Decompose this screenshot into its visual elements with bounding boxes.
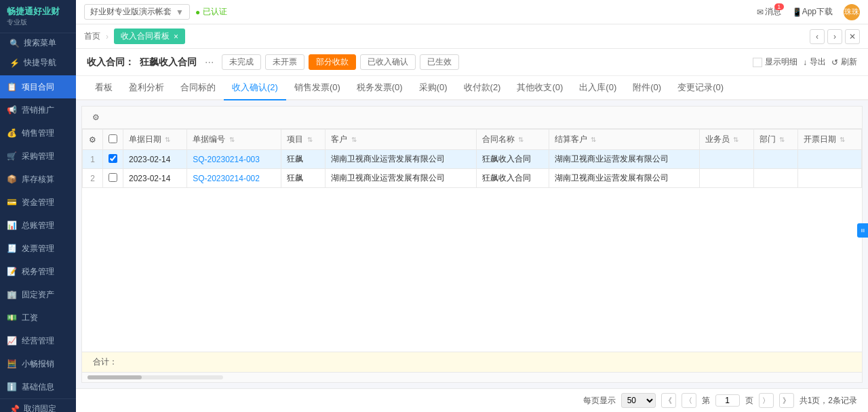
sort-icon-contract: ⇅ [518, 136, 524, 143]
show-details-checkbox[interactable] [753, 58, 762, 67]
more-options-btn[interactable]: ··· [205, 56, 214, 69]
table-row[interactable]: 2 2023-02-14 SQ-20230214-002 狂飙 湖南卫视商业运营… [83, 169, 862, 188]
th-salesperson[interactable]: 业务员 ⇅ [699, 130, 753, 150]
sidebar-item-采购管理[interactable]: 🛒 采购管理 [0, 145, 76, 168]
sidebar-item-资金管理[interactable]: 💳 资金管理 [0, 191, 76, 214]
sub-tab-8[interactable]: 其他收支(0) [509, 76, 571, 99]
tab-close-all-btn[interactable]: ✕ [845, 29, 860, 44]
first-page-btn[interactable]: 《 [661, 393, 676, 408]
sidebar-item-税务管理[interactable]: 📝 税务管理 [0, 260, 76, 283]
th-billing-customer[interactable]: 结算客户 ⇅ [549, 130, 699, 150]
main-table: ⚙ 单据日期 ⇅ 单据编号 ⇅ 项目 ⇅ 客户 ⇅ 合同名称 ⇅ 结算客户 ⇅ … [82, 129, 862, 188]
table-row[interactable]: 1 2023-02-14 SQ-20230214-003 狂飙 湖南卫视商业运营… [83, 150, 862, 169]
sidebar-label-2: 销售管理 [22, 128, 54, 139]
th-project[interactable]: 项目 ⇅ [281, 130, 326, 150]
user-avatar[interactable]: 珠珠 [844, 4, 860, 20]
th-department[interactable]: 部门 ⇅ [753, 130, 797, 150]
settings-gear-icon[interactable]: ⚙ [87, 109, 104, 126]
cell-project-1: 狂飙 [281, 169, 326, 188]
sidebar-item-固定资产[interactable]: 🏢 固定资产 [0, 283, 76, 306]
per-page-select[interactable]: 50 20 100 [621, 393, 656, 408]
logo-sub: 专业版 [7, 18, 69, 27]
scroll-thumb[interactable] [87, 375, 142, 379]
sidebar-item-销售管理[interactable]: 💰 销售管理 [0, 121, 76, 145]
sidebar-search[interactable]: 🔍 搜索菜单 [0, 33, 76, 53]
last-page-btn[interactable]: 》 [779, 393, 794, 408]
breadcrumb-home[interactable]: 首页 [84, 31, 100, 42]
sub-tab-1[interactable]: 盈利分析 [121, 76, 172, 99]
sub-tab-3[interactable]: 收入确认(2) [224, 76, 286, 99]
sidebar-item-经营管理[interactable]: 📈 经营管理 [0, 329, 76, 352]
sidebar-item-工资[interactable]: 💵 工资 [0, 306, 76, 329]
sidebar-item-库存核算[interactable]: 📦 库存核算 [0, 168, 76, 191]
sub-tab-4[interactable]: 销售发票(0) [286, 76, 349, 99]
tab-prev-btn[interactable]: ‹ [810, 29, 825, 44]
order-link-1[interactable]: SQ-20230214-002 [193, 174, 260, 183]
sub-tab-6[interactable]: 采购(0) [411, 76, 456, 99]
cell-checkbox-1[interactable] [103, 169, 123, 188]
scroll-area[interactable] [82, 372, 862, 382]
sidebar-item-项目合同[interactable]: 📋 项目合同 [0, 75, 76, 98]
total-info: 共1页，2条记录 [800, 395, 857, 407]
sidebar-item-小畅报销[interactable]: 🧮 小畅报销 [0, 352, 76, 375]
status-btn-2[interactable]: 部分收款 [309, 54, 356, 70]
status-btn-4[interactable]: 已生效 [420, 54, 459, 70]
message-action[interactable]: ✉ 1 消息 [757, 6, 781, 18]
page-number-input[interactable] [715, 394, 740, 407]
scroll-track[interactable] [87, 375, 223, 379]
export-action[interactable]: ↓ 导出 [803, 56, 826, 68]
cell-order-0[interactable]: SQ-20230214-003 [187, 150, 281, 169]
footer-total-label: 合计： [93, 356, 117, 368]
sidebar-quick-nav[interactable]: ⚡ 快捷导航 [0, 53, 76, 73]
app-download-action[interactable]: 📱 App下载 [792, 6, 833, 18]
refresh-action[interactable]: ↺ 刷新 [831, 56, 857, 68]
row-checkbox-0[interactable] [108, 154, 117, 163]
status-btn-1[interactable]: 未开票 [265, 54, 304, 70]
sub-tab-9[interactable]: 出入库(0) [571, 76, 625, 99]
th-contract[interactable]: 合同名称 ⇅ [476, 130, 549, 150]
status-btn-3[interactable]: 已收入确认 [360, 54, 416, 70]
sub-tab-0[interactable]: 看板 [87, 76, 121, 99]
table-footer: 合计： [82, 352, 862, 372]
content: 收入合同： 狂飙收入合同 ··· 未完成未开票部分收款已收入确认已生效 显示明细… [76, 49, 868, 412]
select-all-checkbox[interactable] [108, 134, 117, 143]
th-invoice-date[interactable]: 开票日期 ⇅ [797, 130, 861, 150]
next-page-btn[interactable]: 〉 [759, 393, 774, 408]
refresh-icon: ↺ [831, 58, 838, 67]
sidebar-item-总账管理[interactable]: 📊 总账管理 [0, 214, 76, 237]
title-prefix: 收入合同： [87, 56, 134, 69]
certified-label: 已认证 [203, 6, 227, 18]
sub-tab-5[interactable]: 税务发票(0) [349, 76, 411, 99]
cell-date-1: 2023-02-14 [123, 169, 187, 188]
per-page-label: 每页显示 [583, 395, 616, 407]
sub-tab-11[interactable]: 变更记录(0) [669, 76, 732, 99]
sidebar-items: 📋 项目合同 📢 营销推广 💰 销售管理 🛒 采购管理 📦 库存核算 💳 资金管… [0, 75, 76, 398]
show-details-action[interactable]: 显示明细 [753, 56, 797, 68]
sidebar-item-营销推广[interactable]: 📢 营销推广 [0, 98, 76, 121]
tab-close-icon[interactable]: × [174, 32, 178, 41]
th-date[interactable]: 单据日期 ⇅ [123, 130, 187, 150]
cell-order-1[interactable]: SQ-20230214-002 [187, 169, 281, 188]
th-order-no[interactable]: 单据编号 ⇅ [187, 130, 281, 150]
tab-next-btn[interactable]: › [827, 29, 842, 44]
sidebar-item-基础信息[interactable]: ℹ️ 基础信息 [0, 375, 76, 398]
order-link-0[interactable]: SQ-20230214-003 [193, 155, 260, 164]
content-actions: 显示明细 ↓ 导出 ↺ 刷新 [753, 56, 857, 68]
prev-page-btn[interactable]: 〈 [682, 393, 696, 408]
th-customer[interactable]: 客户 ⇅ [326, 130, 476, 150]
sidebar-bottom-pin[interactable]: 📌 取消固定 [0, 398, 76, 412]
right-quick-access[interactable]: ≡ [857, 223, 868, 238]
sub-tab-7[interactable]: 收付款(2) [456, 76, 509, 99]
status-btn-0[interactable]: 未完成 [222, 54, 261, 70]
cell-project-0: 狂飙 [281, 150, 326, 169]
sidebar-label-3: 采购管理 [22, 151, 54, 162]
active-tab[interactable]: 收入合同看板 × [114, 29, 185, 44]
row-checkbox-1[interactable] [108, 173, 117, 182]
sub-tab-10[interactable]: 附件(0) [625, 76, 669, 99]
sidebar-item-发票管理[interactable]: 🧾 发票管理 [0, 237, 76, 260]
user-name: 珠珠 [844, 7, 859, 17]
company-selector[interactable]: 好业财专业版演示帐套 ▼ [84, 4, 190, 20]
cell-num-0: 1 [83, 150, 103, 169]
sub-tab-2[interactable]: 合同标的 [172, 76, 224, 99]
cell-checkbox-0[interactable] [103, 150, 123, 169]
